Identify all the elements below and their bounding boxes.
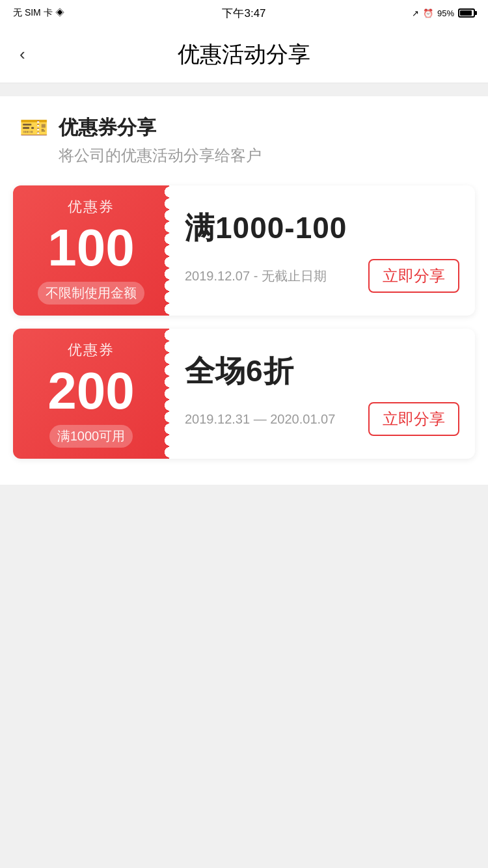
- section-subtitle: 将公司的优惠活动分享给客户: [59, 145, 262, 166]
- coupon-right-1: 满1000-100 2019.12.07 - 无截止日期 立即分享: [169, 185, 475, 316]
- coupon-left-1: 优惠券 100 不限制使用金额: [13, 185, 169, 316]
- top-divider: [0, 83, 488, 96]
- coupon-left-2: 优惠券 200 满1000可用: [13, 329, 169, 459]
- coupon-meta-1: 2019.12.07 - 无截止日期 立即分享: [185, 259, 459, 293]
- empty-background: [0, 485, 488, 862]
- coupon-name-1: 满1000-100: [185, 208, 459, 249]
- status-bar: 无 SIM 卡 ◈ 下午3:47 ↗ ⏰ 95%: [0, 0, 488, 26]
- coupon-date-2: 2019.12.31 — 2020.01.07: [185, 412, 335, 427]
- coupon-value-1: 100: [47, 222, 134, 274]
- coupon-condition-2: 满1000可用: [49, 425, 133, 448]
- share-button-1[interactable]: 立即分享: [368, 259, 459, 293]
- alarm-icon: ⏰: [423, 8, 433, 18]
- coupon-list: 优惠券 100 不限制使用金额 满1000-100 2019.12.07 - 无…: [0, 179, 488, 485]
- coupon-card-1: 优惠券 100 不限制使用金额 满1000-100 2019.12.07 - 无…: [13, 185, 475, 316]
- share-button-2[interactable]: 立即分享: [368, 402, 459, 436]
- section-text: 优惠券分享 将公司的优惠活动分享给客户: [59, 115, 262, 166]
- section-header: 🎫 优惠券分享 将公司的优惠活动分享给客户: [0, 96, 488, 179]
- page-title: 优惠活动分享: [178, 40, 310, 70]
- coupon-type-1: 优惠券: [68, 197, 115, 217]
- coupon-icon: 🎫: [20, 116, 48, 144]
- status-time: 下午3:47: [222, 6, 265, 21]
- coupon-condition-1: 不限制使用金额: [38, 282, 144, 305]
- nav-bar: ‹ 优惠活动分享: [0, 26, 488, 83]
- status-right: ↗ ⏰ 95%: [412, 8, 475, 18]
- back-button[interactable]: ‹: [13, 38, 32, 71]
- coupon-card-2: 优惠券 200 满1000可用 全场6折 2019.12.31 — 2020.0…: [13, 329, 475, 459]
- battery-icon: [458, 8, 475, 18]
- location-icon: ↗: [412, 8, 419, 18]
- coupon-name-2: 全场6折: [185, 351, 459, 392]
- coupon-date-1: 2019.12.07 - 无截止日期: [185, 267, 327, 285]
- status-left: 无 SIM 卡 ◈: [13, 7, 64, 19]
- sim-label: 无 SIM 卡 ◈: [13, 7, 64, 19]
- coupon-type-2: 优惠券: [68, 340, 115, 360]
- coupon-meta-2: 2019.12.31 — 2020.01.07 立即分享: [185, 402, 459, 436]
- coupon-right-2: 全场6折 2019.12.31 — 2020.01.07 立即分享: [169, 329, 475, 459]
- coupon-value-2: 200: [47, 365, 134, 417]
- section-title: 优惠券分享: [59, 115, 262, 141]
- battery-percent: 95%: [437, 8, 454, 18]
